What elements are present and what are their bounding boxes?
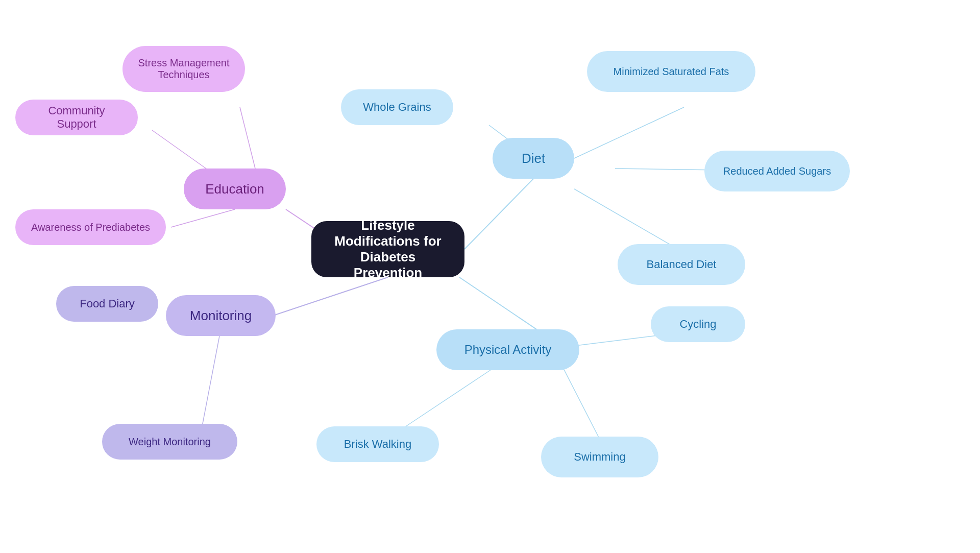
education-node: Education — [184, 169, 286, 209]
physical-activity-node: Physical Activity — [436, 329, 579, 370]
svg-line-12 — [563, 368, 602, 444]
community-support-node: Community Support — [15, 100, 138, 135]
food-diary-node: Food Diary — [56, 286, 158, 322]
swimming-node: Swimming — [541, 437, 658, 477]
cycling-label: Cycling — [679, 318, 716, 331]
svg-line-8 — [574, 107, 684, 158]
whole-grains-node: Whole Grains — [341, 89, 453, 125]
stress-management-node: Stress ManagementTechniques — [122, 46, 245, 92]
svg-line-3 — [273, 277, 388, 316]
community-label: Community Support — [30, 104, 124, 131]
diet-label: Diet — [522, 151, 545, 166]
monitoring-node: Monitoring — [166, 295, 276, 336]
center-label: Lifestyle Modifications forDiabetes Prev… — [326, 218, 450, 281]
svg-line-13 — [398, 368, 494, 431]
brisk-walking-label: Brisk Walking — [344, 438, 411, 451]
brisk-walking-node: Brisk Walking — [316, 426, 439, 462]
stress-label: Stress ManagementTechniques — [138, 57, 230, 81]
minimized-saturated-fats-node: Minimized Saturated Fats — [587, 51, 755, 92]
education-label: Education — [205, 181, 264, 197]
svg-line-15 — [202, 336, 219, 429]
reduced-sugars-label: Reduced Added Sugars — [723, 165, 831, 177]
cycling-node: Cycling — [651, 306, 745, 342]
svg-line-6 — [171, 209, 235, 227]
reduced-added-sugars-node: Reduced Added Sugars — [704, 151, 850, 191]
weight-monitoring-node: Weight Monitoring — [102, 424, 237, 460]
awareness-label: Awareness of Prediabetes — [31, 222, 150, 233]
monitoring-label: Monitoring — [190, 308, 252, 324]
whole-grains-label: Whole Grains — [363, 101, 431, 114]
svg-line-1 — [464, 179, 533, 249]
balanced-diet-label: Balanced Diet — [647, 258, 717, 271]
awareness-prediabetes-node: Awareness of Prediabetes — [15, 209, 166, 245]
weight-monitoring-label: Weight Monitoring — [129, 436, 211, 448]
physical-activity-label: Physical Activity — [464, 343, 552, 357]
minimized-fats-label: Minimized Saturated Fats — [614, 66, 729, 78]
diet-node: Diet — [493, 138, 574, 179]
swimming-label: Swimming — [574, 450, 625, 464]
balanced-diet-node: Balanced Diet — [618, 244, 745, 285]
food-diary-label: Food Diary — [80, 297, 135, 310]
center-node: Lifestyle Modifications forDiabetes Prev… — [311, 221, 464, 277]
